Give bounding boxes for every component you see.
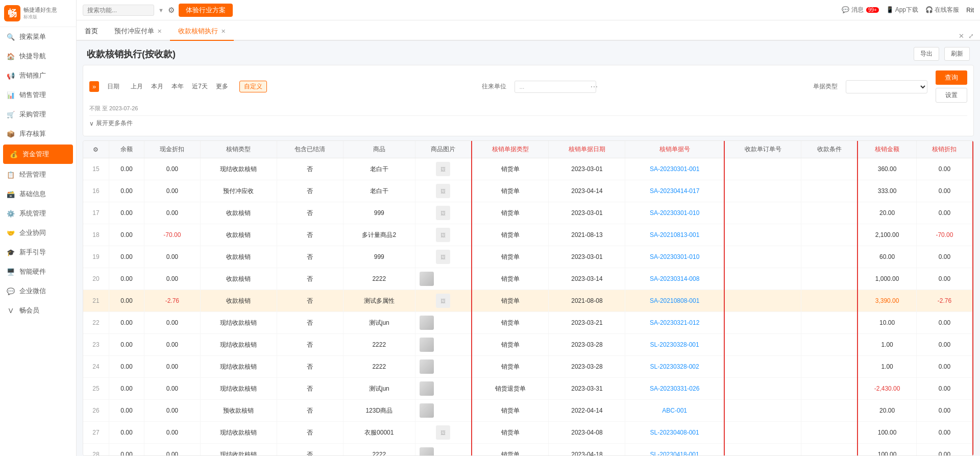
bill-no-link[interactable]: SA-20230414-017 — [650, 187, 699, 195]
cell-verify_bill_no[interactable]: SL-20230418-001 — [625, 444, 724, 457]
main-table: ⚙余额现金折扣核销类型包含已结清商品商品图片核销单据类型核销单据日期核销单据号收… — [83, 141, 973, 456]
sidebar-item-快捷导航[interactable]: 🏠快捷导航 — [0, 46, 76, 66]
bill-no-link[interactable]: SA-20230301-001 — [650, 165, 699, 173]
cell-verify_discount: 0.00 — [916, 268, 973, 290]
cell-balance: 0.00 — [109, 400, 144, 422]
cell-receipt_condition — [801, 290, 857, 312]
bill-no-link[interactable]: SL-20230418-001 — [650, 451, 699, 456]
bill-no-link[interactable]: SA-20230321-012 — [650, 319, 699, 326]
sidebar-item-销售管理[interactable]: 📊销售管理 — [0, 85, 76, 105]
tab-预付冲应付单[interactable]: 预付冲应付单✕ — [106, 22, 170, 41]
topbar-gear-icon[interactable]: ⚙ — [168, 6, 175, 15]
sidebar-item-畅会员[interactable]: V畅会员 — [0, 301, 76, 320]
bill-no-link[interactable]: ABC-001 — [662, 407, 687, 414]
bill-no-link[interactable]: SA-20230314-008 — [650, 275, 699, 282]
cell-product: 测试jun — [343, 312, 415, 334]
tab-home[interactable]: 首页 — [77, 22, 106, 40]
bill-no-link[interactable]: SA-20210808-001 — [650, 297, 699, 304]
sidebar-item-采购管理[interactable]: 🛒采购管理 — [0, 105, 76, 124]
cell-receipt_order_no — [724, 268, 801, 290]
filter-bill-type-select[interactable] — [846, 80, 927, 93]
table-wrapper[interactable]: ⚙余额现金折扣核销类型包含已结清商品商品图片核销单据类型核销单据日期核销单据号收… — [83, 140, 974, 456]
tab-expand-icon[interactable]: ⤢ — [968, 32, 974, 40]
topbar-service[interactable]: 🎧 在线客服 — [925, 6, 959, 14]
query-btn[interactable]: 查询 — [936, 70, 967, 85]
col-header-product: 商品 — [343, 141, 415, 158]
bill-no-link[interactable]: SA-20230301-010 — [650, 253, 699, 260]
filter-date-tag[interactable]: 更多 — [213, 81, 231, 92]
cell-verify_bill_type: 销货单 — [472, 268, 549, 290]
refresh-btn[interactable]: 刷新 — [944, 47, 970, 61]
setting-btn[interactable]: 设置 — [936, 88, 967, 103]
tab-label: 预付冲应付单 — [114, 27, 154, 36]
tab-close-all-icon[interactable]: ✕ — [959, 32, 964, 40]
sidebar-label: 企业微信 — [19, 286, 46, 296]
product-img-empty: 🖼 — [436, 294, 450, 308]
cell-verify_bill_no[interactable]: SA-20230331-026 — [625, 378, 724, 400]
cell-receipt_condition — [801, 180, 857, 202]
filter-date-tag[interactable]: 近7天 — [189, 81, 211, 92]
filter-date-tag[interactable]: 本月 — [148, 81, 166, 92]
topbar-app-download[interactable]: 📱 App下载 — [886, 6, 918, 14]
sidebar-item-新手引导[interactable]: 🎓新手引导 — [0, 243, 76, 262]
cell-verify_bill_no[interactable]: SA-20230314-008 — [625, 268, 724, 290]
sidebar-item-搜索菜单[interactable]: 🔍搜索菜单 — [0, 27, 76, 46]
cell-verify_bill_no[interactable]: SA-20230301-001 — [625, 158, 724, 180]
filter-date-tag[interactable]: 上月 — [128, 81, 146, 92]
sidebar-item-企业微信[interactable]: 💬企业微信 — [0, 281, 76, 301]
topbar-user[interactable]: Rit — [966, 7, 974, 14]
cell-verify_bill_no[interactable]: SL-20230328-001 — [625, 334, 724, 356]
sidebar-item-库存核算[interactable]: 📦库存核算 — [0, 124, 76, 143]
bill-no-link[interactable]: SA-20230331-026 — [650, 385, 699, 392]
filter-counterpart-input[interactable] — [514, 81, 596, 93]
cell-balance: 0.00 — [109, 334, 144, 356]
filter-date-custom[interactable]: 自定义 — [239, 81, 267, 92]
cell-verify_bill_no[interactable]: SL-20230408-001 — [625, 422, 724, 444]
filter-date-tag[interactable]: 本年 — [168, 81, 187, 92]
sidebar-item-系统管理[interactable]: ⚙️系统管理 — [0, 204, 76, 223]
bill-no-link[interactable]: SA-20210813-001 — [650, 231, 699, 238]
sidebar-item-经营管理[interactable]: 📋经营管理 — [0, 165, 76, 184]
sidebar-item-智能硬件[interactable]: 🖥️智能硬件 — [0, 262, 76, 281]
sidebar-icon: 🛒 — [6, 111, 15, 118]
cell-verify_bill_no[interactable]: SA-20210813-001 — [625, 224, 724, 246]
topbar-search-input[interactable] — [83, 5, 154, 16]
cell-product: 老白干 — [343, 180, 415, 202]
cell-verify_bill_no[interactable]: SA-20230301-010 — [625, 202, 724, 224]
sidebar-item-基础信息[interactable]: 🗃️基础信息 — [0, 184, 76, 204]
tab-close-icon[interactable]: ✕ — [157, 28, 162, 35]
bill-no-link[interactable]: SL-20230408-001 — [650, 429, 699, 436]
cell-verify_type: 预收款核销 — [200, 400, 277, 422]
topbar-message[interactable]: 💬 消息 99+ — [842, 6, 879, 14]
export-btn[interactable]: 导出 — [914, 47, 939, 61]
sidebar-icon: 🖥️ — [6, 268, 15, 276]
sidebar-item-营销推广[interactable]: 📢营销推广 — [0, 66, 76, 85]
cell-verify_bill_no[interactable]: SA-20230301-010 — [625, 246, 724, 268]
topbar-solution-btn[interactable]: 体验行业方案 — [179, 4, 233, 17]
cell-verify_bill_type: 销货单 — [472, 180, 549, 202]
sidebar-item-企业协同[interactable]: 🤝企业协同 — [0, 223, 76, 243]
cell-verify_bill_no[interactable]: ABC-001 — [625, 400, 724, 422]
cell-verify_bill_no[interactable]: SA-20230414-017 — [625, 180, 724, 202]
cell-balance: 0.00 — [109, 356, 144, 378]
bill-no-link[interactable]: SL-20230328-002 — [650, 363, 699, 370]
cell-verify_amount: 1.00 — [857, 356, 916, 378]
bill-no-link[interactable]: SA-20230301-010 — [650, 209, 699, 217]
cell-verify_discount: 0.00 — [916, 180, 973, 202]
cell-verify_bill_no[interactable]: SA-20230321-012 — [625, 312, 724, 334]
product-img-thumb — [420, 272, 434, 286]
cell-verify_bill_no[interactable]: SL-20230328-002 — [625, 356, 724, 378]
filter-expand-btn[interactable]: » — [89, 81, 99, 92]
logo-badge: 标准版 — [23, 14, 57, 20]
sidebar-item-资金管理[interactable]: 💰资金管理 — [3, 145, 73, 164]
cell-verify_bill_no[interactable]: SA-20210808-001 — [625, 290, 724, 312]
tab-close-icon[interactable]: ✕ — [221, 28, 226, 35]
expand-more-btn[interactable]: ∨ 展开更多条件 — [89, 119, 967, 128]
cell-product_img: 🖼 — [415, 202, 471, 224]
filter-counterpart-label: 往来单位 — [482, 82, 506, 91]
cell-cash_discount: 0.00 — [144, 334, 201, 356]
filter-date-range: 不限 至 2023-07-26 — [89, 105, 138, 111]
tab-收款核销执行[interactable]: 收款核销执行✕ — [170, 22, 234, 41]
counterpart-dots[interactable]: ··· — [590, 81, 598, 92]
bill-no-link[interactable]: SL-20230328-001 — [650, 341, 699, 348]
